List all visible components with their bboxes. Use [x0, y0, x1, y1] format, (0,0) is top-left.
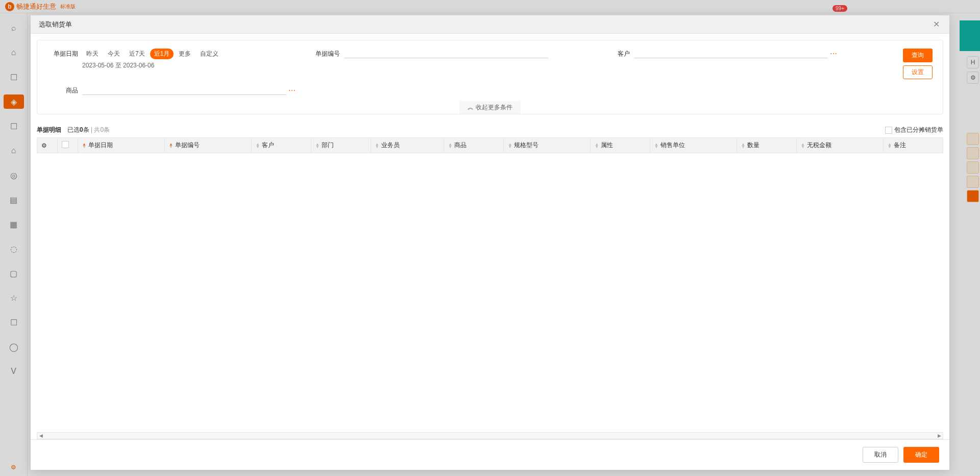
- col-checkall[interactable]: [58, 138, 78, 153]
- table-wrap: ⚙ ▲▼单据日期 ▲▼单据编号 ▲▼客户 ▲▼部门 ▲▼业务员 ▲▼商品 ▲▼规…: [31, 137, 949, 432]
- collapse-filters[interactable]: ︽ 收起更多条件: [459, 101, 521, 114]
- filter-product-label: 商品: [47, 85, 78, 95]
- col-customer[interactable]: ▲▼客户: [251, 138, 311, 153]
- customer-more-icon[interactable]: ⋯: [830, 50, 837, 58]
- date-7days[interactable]: 近7天: [125, 49, 149, 59]
- date-today[interactable]: 今天: [104, 49, 124, 59]
- chevron-up-icon: ︽: [468, 104, 475, 111]
- filter-date-content: 昨天 今天 近7天 近1月 更多 自定义 2023-05-06 至 2023-0…: [82, 49, 223, 70]
- filter-row-2: 商品 ⋯: [47, 85, 933, 95]
- col-spec[interactable]: ▲▼规格型号: [504, 138, 591, 153]
- filter-row-1: 单据日期 昨天 今天 近7天 近1月 更多 自定义 2023: [47, 49, 933, 79]
- filter-wrap: 单据日期 昨天 今天 近7天 近1月 更多 自定义 2023: [31, 34, 949, 121]
- filter-doc-no: 单据编号: [309, 49, 548, 79]
- date-sep: 至: [115, 62, 121, 69]
- filter-customer: 客户 ⋯: [599, 49, 837, 79]
- filter-actions: 查询 设置: [903, 49, 933, 79]
- collapse-text: 收起更多条件: [476, 104, 512, 111]
- date-more[interactable]: 更多: [175, 49, 195, 59]
- search-button[interactable]: 查询: [903, 49, 933, 62]
- total-count: | 共0条: [91, 126, 110, 133]
- filter-date-label: 单据日期: [47, 49, 78, 58]
- close-icon[interactable]: ✕: [931, 19, 941, 30]
- modal-title: 选取销货单: [39, 20, 72, 29]
- col-unit[interactable]: ▲▼销售单位: [650, 138, 737, 153]
- date-yesterday[interactable]: 昨天: [82, 49, 103, 59]
- date-custom[interactable]: 自定义: [196, 49, 223, 59]
- date-shortcuts: 昨天 今天 近7天 近1月 更多 自定义: [82, 49, 223, 59]
- selected-count: 已选0条 | 共0条: [67, 126, 110, 134]
- col-attr[interactable]: ▲▼属性: [591, 138, 650, 153]
- filter-customer-label: 客户: [599, 49, 630, 58]
- date-1month[interactable]: 近1月: [150, 49, 174, 59]
- date-from: 2023-05-06: [82, 62, 113, 69]
- filter-date: 单据日期 昨天 今天 近7天 近1月 更多 自定义 2023: [47, 49, 223, 79]
- table-empty: [37, 153, 943, 419]
- include-dispatch-label: 包含已分摊销货单: [894, 126, 943, 134]
- cancel-button[interactable]: 取消: [863, 447, 898, 463]
- results-table: ⚙ ▲▼单据日期 ▲▼单据编号 ▲▼客户 ▲▼部门 ▲▼业务员 ▲▼商品 ▲▼规…: [37, 137, 943, 419]
- settings-button[interactable]: 设置: [903, 65, 933, 79]
- col-remark[interactable]: ▲▼备注: [883, 138, 943, 153]
- table-title: 单据明细: [37, 126, 61, 134]
- modal-footer: 取消 确定: [31, 439, 949, 470]
- modal-header: 选取销货单 ✕: [31, 15, 949, 34]
- confirm-button[interactable]: 确定: [903, 447, 939, 463]
- col-amount[interactable]: ▲▼无税金额: [797, 138, 884, 153]
- col-dept[interactable]: ▲▼部门: [311, 138, 371, 153]
- col-date[interactable]: ▲▼单据日期: [78, 138, 165, 153]
- table-meta-left: 单据明细 已选0条 | 共0条: [37, 126, 110, 134]
- gear-icon: ⚙: [41, 142, 47, 149]
- filter-doc-no-label: 单据编号: [309, 49, 340, 58]
- product-more-icon[interactable]: ⋯: [288, 86, 296, 94]
- modal-overlay: 选取销货单 ✕ 单据日期 昨天 今天 近7天 近1月 更多: [0, 0, 980, 476]
- filter-box: 单据日期 昨天 今天 近7天 近1月 更多 自定义 2023: [37, 40, 943, 114]
- date-to: 2023-06-06: [123, 62, 154, 69]
- checkall-checkbox[interactable]: [62, 141, 69, 148]
- filter-product: 商品 ⋯: [47, 85, 296, 95]
- table-meta: 单据明细 已选0条 | 共0条 包含已分摊销货单: [31, 121, 949, 137]
- table-meta-right: 包含已分摊销货单: [885, 126, 943, 134]
- col-docno[interactable]: ▲▼单据编号: [164, 138, 251, 153]
- col-qty[interactable]: ▲▼数量: [737, 138, 797, 153]
- modal-select-sales: 选取销货单 ✕ 单据日期 昨天 今天 近7天 近1月 更多: [31, 15, 949, 470]
- col-product[interactable]: ▲▼商品: [444, 138, 504, 153]
- scroll-right-icon[interactable]: ▶: [936, 433, 943, 439]
- date-range: 2023-05-06 至 2023-06-06: [82, 61, 223, 70]
- horizontal-scrollbar[interactable]: ◀ ▶: [37, 432, 943, 439]
- col-settings[interactable]: ⚙: [37, 138, 58, 153]
- scroll-left-icon[interactable]: ◀: [37, 433, 44, 439]
- include-dispatch-checkbox[interactable]: [885, 127, 892, 134]
- customer-input[interactable]: [634, 49, 828, 58]
- doc-no-input[interactable]: [344, 49, 548, 58]
- product-input[interactable]: [82, 85, 286, 95]
- col-salesperson[interactable]: ▲▼业务员: [371, 138, 444, 153]
